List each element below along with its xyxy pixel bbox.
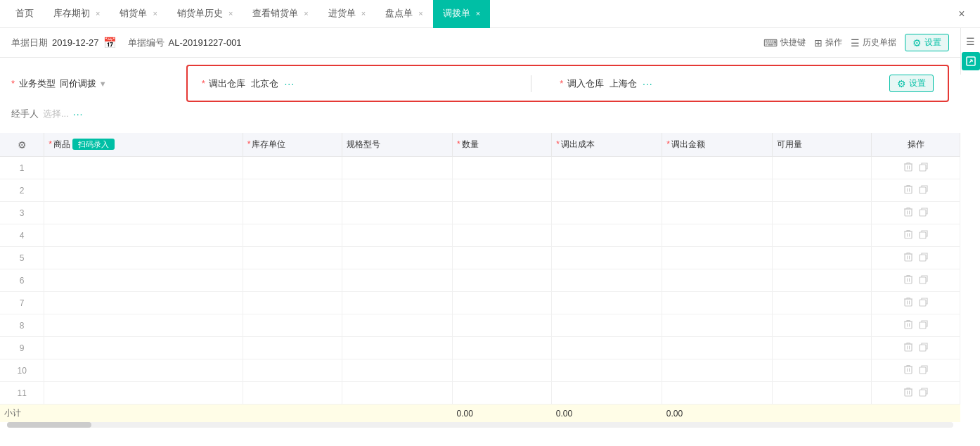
row-product-11[interactable] <box>44 382 243 404</box>
row-spec-5[interactable] <box>342 247 453 269</box>
row-product-8[interactable] <box>44 314 243 337</box>
row-unit-5[interactable] <box>243 247 342 269</box>
copy-icon-8[interactable] <box>919 320 929 331</box>
copy-icon-2[interactable] <box>919 185 929 196</box>
handler-value[interactable]: 选择... <box>43 108 69 120</box>
row-spec-8[interactable] <box>342 314 453 337</box>
copy-icon-11[interactable] <box>919 388 929 399</box>
row-spec-2[interactable] <box>342 179 453 202</box>
row-product-9[interactable] <box>44 337 243 359</box>
tab-purchase-order[interactable]: 进货单 × <box>318 0 375 28</box>
row-unit-7[interactable] <box>243 292 342 314</box>
row-unit-6[interactable] <box>243 269 342 292</box>
row-unit-11[interactable] <box>243 382 342 404</box>
row-cost-1[interactable] <box>552 157 662 179</box>
row-amount-6[interactable] <box>662 269 773 292</box>
scan-button[interactable]: 扫码录入 <box>72 139 115 150</box>
delete-icon-7[interactable] <box>903 298 916 309</box>
row-spec-10[interactable] <box>342 359 453 382</box>
row-qty-5[interactable] <box>453 247 552 269</box>
row-unit-4[interactable] <box>243 224 342 247</box>
row-qty-6[interactable] <box>453 269 552 292</box>
row-amount-7[interactable] <box>662 292 773 314</box>
row-qty-10[interactable] <box>453 359 552 382</box>
delete-icon-8[interactable] <box>903 320 916 331</box>
row-cost-5[interactable] <box>552 247 662 269</box>
th-gear[interactable]: ⚙ <box>0 133 44 157</box>
row-product-6[interactable] <box>44 269 243 292</box>
delete-icon-5[interactable] <box>903 253 916 264</box>
delete-icon-9[interactable] <box>903 343 916 354</box>
row-unit-2[interactable] <box>243 179 342 202</box>
row-spec-4[interactable] <box>342 224 453 247</box>
copy-icon-5[interactable] <box>919 253 929 264</box>
row-qty-1[interactable] <box>453 157 552 179</box>
shortcut-button[interactable]: ⌨ 快捷键 <box>763 37 806 49</box>
row-product-3[interactable] <box>44 202 243 224</box>
tab-view-sales[interactable]: 查看销货单 × <box>243 0 318 28</box>
row-amount-11[interactable] <box>662 382 773 404</box>
row-spec-3[interactable] <box>342 202 453 224</box>
tab-sales-order-close[interactable]: × <box>153 9 157 18</box>
delete-icon-3[interactable] <box>903 208 916 219</box>
row-available-2[interactable] <box>773 179 872 202</box>
copy-icon-1[interactable] <box>919 163 929 174</box>
tab-transfer[interactable]: 调拨单 × <box>433 0 490 28</box>
delete-icon-6[interactable] <box>903 275 916 286</box>
row-cost-4[interactable] <box>552 224 662 247</box>
tab-home[interactable]: 首页 <box>6 0 44 28</box>
row-available-5[interactable] <box>773 247 872 269</box>
delete-icon-1[interactable] <box>903 163 916 174</box>
copy-icon-9[interactable] <box>919 343 929 354</box>
tab-inventory-init[interactable]: 库存期初 × <box>44 0 110 28</box>
row-available-7[interactable] <box>773 292 872 314</box>
window-close-button[interactable]: × <box>949 0 974 28</box>
row-amount-8[interactable] <box>662 314 773 337</box>
row-qty-8[interactable] <box>453 314 552 337</box>
row-unit-8[interactable] <box>243 314 342 337</box>
biz-type-dropdown-icon[interactable]: ▼ <box>99 79 107 88</box>
sidebar-list-icon[interactable]: ☰ <box>962 32 980 51</box>
row-available-3[interactable] <box>773 202 872 224</box>
row-cost-3[interactable] <box>552 202 662 224</box>
row-cost-2[interactable] <box>552 179 662 202</box>
tab-sales-order[interactable]: 销货单 × <box>110 0 167 28</box>
wh-settings-button[interactable]: ⚙ 设置 <box>889 75 934 92</box>
handler-more-icon[interactable]: ··· <box>73 108 84 120</box>
horizontal-scrollbar[interactable] <box>7 422 953 428</box>
row-product-5[interactable] <box>44 247 243 269</box>
row-qty-11[interactable] <box>453 382 552 404</box>
row-amount-10[interactable] <box>662 359 773 382</box>
gear-icon[interactable]: ⚙ <box>18 139 27 151</box>
row-qty-7[interactable] <box>453 292 552 314</box>
row-amount-5[interactable] <box>662 247 773 269</box>
sidebar-external-icon[interactable] <box>962 52 980 70</box>
row-amount-2[interactable] <box>662 179 773 202</box>
row-available-8[interactable] <box>773 314 872 337</box>
row-spec-9[interactable] <box>342 337 453 359</box>
row-qty-2[interactable] <box>453 179 552 202</box>
copy-icon-6[interactable] <box>919 275 929 286</box>
row-available-11[interactable] <box>773 382 872 404</box>
in-warehouse-more-icon[interactable]: ··· <box>643 78 653 89</box>
tab-stocktake[interactable]: 盘点单 × <box>375 0 432 28</box>
delete-icon-10[interactable] <box>903 365 916 376</box>
row-available-4[interactable] <box>773 224 872 247</box>
row-product-10[interactable] <box>44 359 243 382</box>
row-available-9[interactable] <box>773 337 872 359</box>
row-unit-1[interactable] <box>243 157 342 179</box>
row-product-4[interactable] <box>44 224 243 247</box>
copy-icon-4[interactable] <box>919 230 929 241</box>
row-cost-10[interactable] <box>552 359 662 382</box>
row-cost-11[interactable] <box>552 382 662 404</box>
tab-sales-history[interactable]: 销货单历史 × <box>167 0 243 28</box>
row-available-10[interactable] <box>773 359 872 382</box>
tab-stocktake-close[interactable]: × <box>418 9 423 18</box>
row-unit-9[interactable] <box>243 337 342 359</box>
row-spec-7[interactable] <box>342 292 453 314</box>
row-available-1[interactable] <box>773 157 872 179</box>
operations-button[interactable]: ⊞ 操作 <box>814 37 842 49</box>
tab-view-sales-close[interactable]: × <box>304 9 308 18</box>
row-cost-6[interactable] <box>552 269 662 292</box>
tab-sales-history-close[interactable]: × <box>228 9 233 18</box>
